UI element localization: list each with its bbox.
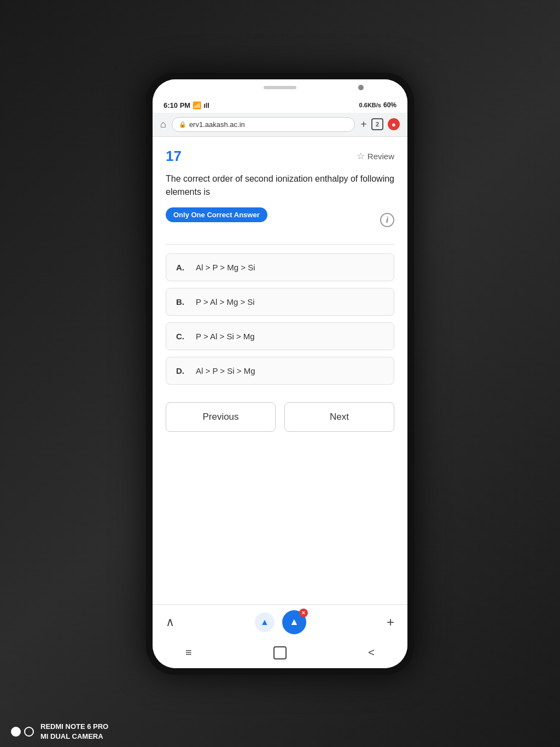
camera-line1: REDMI NOTE 6 PRO: [40, 722, 108, 732]
question-number: 17: [166, 148, 182, 165]
review-button[interactable]: ☆ Review: [357, 150, 394, 162]
option-b-text: P > Al > Mg > Si: [196, 297, 255, 306]
battery-display: 60%: [383, 101, 396, 109]
up-arrow-icon[interactable]: ∧: [166, 615, 174, 629]
camera-line2: MI DUAL CAMERA: [40, 732, 108, 742]
plus-icon[interactable]: +: [387, 615, 394, 630]
next-button[interactable]: Next: [284, 402, 394, 432]
dot-outline: [24, 727, 34, 737]
time-display: 6:10 PM: [164, 101, 190, 109]
option-a-label: A.: [176, 263, 188, 272]
wifi-icon: 📶: [192, 101, 201, 109]
url-bar[interactable]: 🔒 erv1.aakash.ac.in: [172, 117, 355, 132]
question-header: 17 ☆ Review: [166, 148, 394, 165]
phone-notch: [153, 79, 407, 96]
question-text: The correct order of second ionization e…: [166, 172, 394, 199]
close-button[interactable]: ●: [388, 118, 400, 130]
option-c-label: C.: [176, 332, 188, 341]
review-label: Review: [368, 152, 394, 161]
add-tab-icon[interactable]: +: [360, 118, 367, 131]
home-button[interactable]: [273, 646, 287, 659]
answer-type-badge: Only One Correct Answer: [166, 207, 267, 222]
quiz-content: 17 ☆ Review The correct order of second …: [153, 137, 407, 604]
url-text: erv1.aakash.ac.in: [189, 120, 245, 129]
front-camera: [358, 85, 364, 90]
home-icon[interactable]: ⌂: [160, 119, 166, 130]
divider: [166, 244, 394, 245]
active-icon-symbol: ▲: [289, 616, 299, 628]
option-a-text: Al > P > Mg > Si: [196, 263, 255, 272]
speed-display: 0.6KB/s: [359, 102, 381, 108]
status-bar: 6:10 PM 📶 ıll 0.6KB/s 60%: [153, 96, 407, 113]
camera-dots: [11, 727, 34, 737]
option-c-text: P > Al > Si > Mg: [196, 332, 255, 341]
nav-buttons: Previous Next: [166, 402, 394, 437]
option-d-text: Al > P > Si > Mg: [196, 366, 255, 375]
lock-icon: 🔒: [179, 121, 186, 128]
star-icon: ☆: [357, 150, 365, 162]
toolbar-icons: ▲ ▲ ✕: [255, 610, 306, 634]
watermark: REDMI NOTE 6 PRO MI DUAL CAMERA: [0, 716, 560, 747]
menu-icon[interactable]: ≡: [185, 646, 192, 659]
option-d-label: D.: [176, 366, 188, 375]
android-nav-bar: ≡ <: [153, 640, 407, 668]
option-d[interactable]: D. Al > P > Si > Mg: [166, 357, 394, 385]
speaker-grille: [264, 86, 296, 89]
option-b[interactable]: B. P > Al > Mg > Si: [166, 288, 394, 316]
option-b-label: B.: [176, 297, 188, 306]
signal-icon: ıll: [203, 101, 209, 109]
dot-filled: [11, 727, 21, 737]
notification-badge: ✕: [299, 609, 308, 617]
back-icon[interactable]: <: [368, 646, 375, 659]
camera-text: REDMI NOTE 6 PRO MI DUAL CAMERA: [40, 722, 108, 742]
browser-bar: ⌂ 🔒 erv1.aakash.ac.in + 2 ●: [153, 113, 407, 137]
option-a[interactable]: A. Al > P > Mg > Si: [166, 253, 394, 281]
info-icon[interactable]: i: [380, 213, 394, 227]
active-icon[interactable]: ▲ ✕: [282, 610, 306, 634]
tab-count[interactable]: 2: [371, 118, 383, 130]
previous-button[interactable]: Previous: [166, 402, 276, 432]
bookmark-icon[interactable]: ▲: [255, 612, 275, 632]
option-c[interactable]: C. P > Al > Si > Mg: [166, 322, 394, 350]
bottom-toolbar: ∧ ▲ ▲ ✕ +: [153, 604, 407, 640]
